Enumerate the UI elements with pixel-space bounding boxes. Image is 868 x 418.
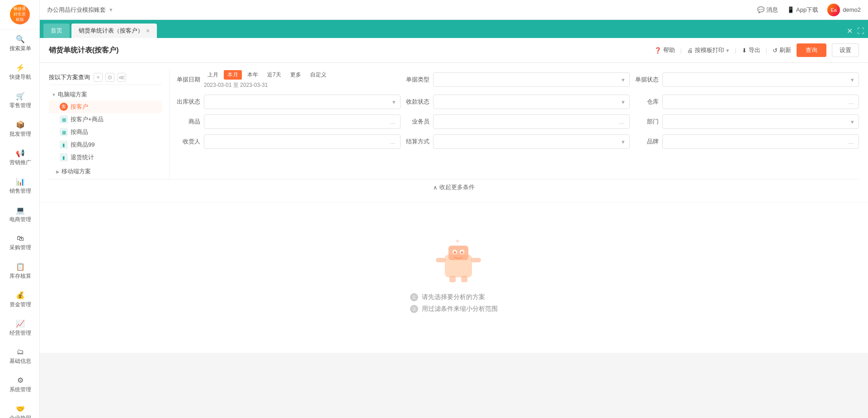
print-btn[interactable]: 🖨 按模板打印 ▾: [687, 46, 729, 54]
salesperson-dots[interactable]: …: [619, 119, 625, 125]
help-btn[interactable]: ❓ 帮助: [654, 46, 675, 54]
tree-item-by-goods[interactable]: ▦ 按商品: [49, 126, 162, 138]
department-select[interactable]: ▾: [662, 114, 859, 129]
app-download-btn[interactable]: 📱 App下载: [787, 6, 818, 14]
warehouse-dots[interactable]: …: [848, 99, 854, 105]
tree-group-desktop-header[interactable]: ▼ 电脑端方案: [49, 89, 162, 100]
warehouse-input[interactable]: …: [662, 95, 859, 109]
refresh-btn[interactable]: ↺ 刷新: [773, 46, 791, 54]
tab-close-icon[interactable]: ×: [146, 27, 150, 34]
svg-text:✦: ✦: [455, 239, 460, 245]
collapse-conditions-btn[interactable]: ∧ 收起更多条件: [49, 179, 859, 195]
svg-rect-6: [436, 258, 446, 262]
print-icon: 🖨: [687, 47, 693, 54]
sidebar-item-operation[interactable]: 📈 经营管理: [0, 314, 39, 342]
divider-1: |: [680, 47, 682, 54]
sidebar-item-wholesale[interactable]: 📦 批发管理: [0, 115, 39, 143]
filter-row-4: 收货人 … 结算方式 ▾: [177, 134, 859, 149]
filter-row-3: 商品 … 业务员 …: [177, 114, 859, 129]
user-area[interactable]: Ea demo2: [827, 4, 861, 16]
export-btn[interactable]: ⬇ 导出: [742, 46, 760, 54]
avatar: Ea: [827, 4, 840, 16]
by-customer-icon: 客: [60, 103, 68, 111]
close-window-icon[interactable]: ✕: [847, 27, 853, 35]
maximize-icon[interactable]: ⛶: [857, 27, 864, 35]
date-tab-7days[interactable]: 近7天: [264, 70, 285, 80]
logo-area: 畅捷通好生意标版: [0, 0, 39, 29]
sidebar-item-sales[interactable]: 📊 销售管理: [0, 172, 39, 200]
divider-3: |: [766, 47, 767, 54]
date-tab-this-year[interactable]: 本年: [244, 70, 262, 80]
out-status-arrow: ▾: [392, 99, 396, 105]
sidebar-item-inventory[interactable]: 📋 库存核算: [0, 257, 39, 285]
refresh-icon: ↺: [773, 47, 778, 54]
tree-item-return-stat[interactable]: ▮ 退货统计: [49, 151, 162, 164]
message-btn[interactable]: 💬 消息: [757, 6, 778, 14]
sidebar-item-sys[interactable]: ⚙ 系统管理: [0, 370, 39, 399]
tab-sales-stat[interactable]: 销货单统计表（按客户） ×: [71, 24, 157, 38]
receiver-input[interactable]: …: [204, 134, 401, 149]
company-title: 办公用品行业模拟账套: [47, 6, 106, 14]
sidebar-item-basic-info[interactable]: 🗂 基础信息: [0, 342, 39, 370]
sidebar-item-enterprise[interactable]: 🤝 企业协同: [0, 399, 39, 418]
date-tab-this-month[interactable]: 本月: [224, 70, 242, 80]
tree-item-by-customer[interactable]: 客 按客户: [49, 100, 162, 113]
app-logo: 畅捷通好生意标版: [10, 5, 30, 24]
scheme-title: 按以下方案查询: [49, 73, 90, 81]
page-title: 销货单统计表(按客户): [49, 46, 119, 55]
svg-rect-9: [461, 276, 467, 282]
receiver-dots[interactable]: …: [390, 138, 396, 145]
sidebar-item-search-menu[interactable]: 🔍 搜索菜单: [0, 29, 39, 58]
doc-type-select[interactable]: ▾: [433, 72, 630, 87]
dropdown-icon[interactable]: ▾: [109, 6, 113, 13]
doc-type-arrow: ▾: [622, 76, 625, 83]
doc-status-select[interactable]: ▾: [662, 72, 859, 87]
sidebar-item-retail[interactable]: 🛒 零售管理: [0, 86, 39, 115]
sidebar-item-marketing[interactable]: 📢 营销推广: [0, 143, 39, 172]
operation-icon: 📈: [16, 319, 25, 328]
goods-input[interactable]: …: [204, 114, 401, 129]
payment-status-select[interactable]: ▾: [433, 95, 630, 109]
sys-icon: ⚙: [17, 376, 24, 385]
salesperson-input[interactable]: …: [433, 114, 630, 129]
scheme-collapse-btn[interactable]: ≪: [117, 73, 126, 82]
wholesale-icon: 📦: [16, 120, 25, 129]
date-tab-custom[interactable]: 自定义: [307, 70, 330, 80]
sidebar-item-quick-nav[interactable]: ⚡ 快捷导航: [0, 58, 39, 86]
scheme-header: 按以下方案查询 + ⊙ ≪: [49, 70, 162, 85]
filter-item-warehouse: 仓库 …: [635, 95, 859, 109]
setting-button[interactable]: 设置: [832, 43, 859, 57]
tree-item-by-customer-goods[interactable]: ▦ 按客户+商品: [49, 113, 162, 126]
topbar-left: 办公用品行业模拟账套 ▾: [47, 6, 113, 14]
tree-item-by-goods-99[interactable]: ▮ 按商品99: [49, 138, 162, 151]
main-area: 办公用品行业模拟账套 ▾ 💬 消息 📱 App下载 Ea demo2 首页: [40, 0, 868, 418]
basic-info-icon: 🗂: [17, 348, 24, 356]
scheme-edit-btn[interactable]: ⊙: [105, 73, 114, 82]
tree-group-desktop-label: 电脑端方案: [58, 90, 87, 99]
brand-dots[interactable]: …: [848, 138, 854, 145]
query-button[interactable]: 查询: [797, 43, 826, 57]
filter-item-salesperson: 业务员 …: [406, 114, 630, 129]
sidebar-item-purchase[interactable]: 🛍 采购管理: [0, 229, 39, 257]
scheme-add-btn[interactable]: +: [94, 73, 103, 82]
page-actions: ❓ 帮助 | 🖨 按模板打印 ▾ | ⬇ 导出 | ↺ 刷新: [654, 43, 859, 57]
brand-input[interactable]: …: [662, 134, 859, 149]
tip-num-2: ②: [410, 305, 418, 313]
tree-group-mobile-header[interactable]: ▶ 移动端方案: [49, 166, 162, 177]
enterprise-icon: 🤝: [16, 404, 25, 413]
quick-nav-icon: ⚡: [16, 63, 25, 72]
date-tab-more[interactable]: 更多: [287, 70, 305, 80]
filter-item-brand: 品牌 …: [635, 134, 859, 149]
empty-state: ✦ ① 请先选择要分析的方案 ② 用过滤条件来缩小分析范围: [40, 203, 868, 353]
settlement-select[interactable]: ▾: [433, 134, 630, 149]
sidebar-item-finance[interactable]: 💰 资金管理: [0, 285, 39, 314]
tab-home[interactable]: 首页: [43, 24, 70, 38]
goods-dots[interactable]: …: [390, 119, 396, 125]
by-customer-goods-icon: ▦: [60, 115, 68, 124]
date-tab-last-month[interactable]: 上月: [204, 70, 222, 80]
sidebar-item-ecommerce[interactable]: 💻 电商管理: [0, 200, 39, 229]
date-tabs: 上月 本月 本年 近7天 更多 自定义: [204, 70, 401, 80]
out-status-select[interactable]: ▾: [204, 95, 401, 109]
doc-type-label: 单据类型: [406, 76, 429, 84]
date-filter-group: 上月 本月 本年 近7天 更多 自定义 2023-03-01 至 2023-03…: [204, 70, 401, 89]
